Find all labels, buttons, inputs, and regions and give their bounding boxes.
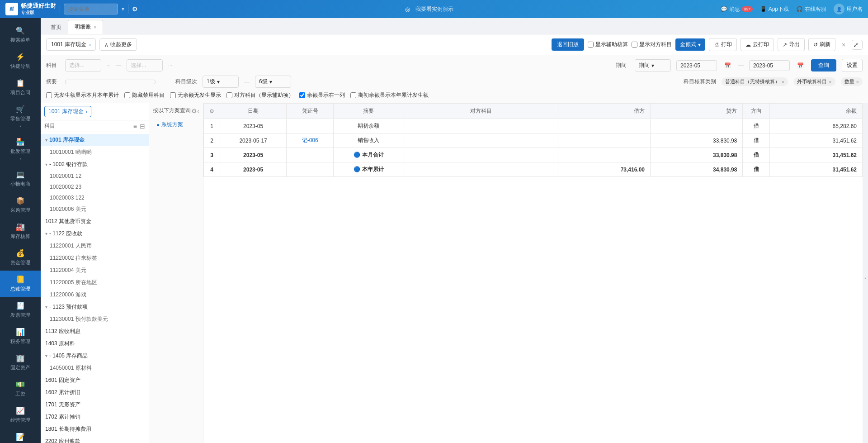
tree-item-11230001[interactable]: 11230001 预付款款美元 <box>41 313 149 325</box>
query-btn[interactable]: 查询 <box>811 59 836 71</box>
sidebar-item-operation[interactable]: 📈 经营管理 <box>0 402 41 428</box>
sidebar-item-assets[interactable]: 🏢 固定资产 <box>0 349 41 376</box>
col-gear[interactable]: ⚙ <box>204 104 220 119</box>
tag-foreign-close[interactable]: × <box>829 79 831 85</box>
maximize-btn[interactable]: ⤢ <box>852 40 863 50</box>
sidebar-item-retail[interactable]: 🛒 零售管理 › <box>0 100 41 133</box>
tab-home[interactable]: 首页 <box>44 21 68 34</box>
level-end-select[interactable]: 6级 ▾ <box>255 76 291 88</box>
sidebar-item-invoice[interactable]: 🧾 发票管理 <box>0 297 41 323</box>
sidebar-item-search[interactable]: 🔍 搜索菜单 <box>0 22 41 48</box>
tree-item-1122[interactable]: ▾ - 1122 应收款 <box>41 228 149 240</box>
dropdown-arrow[interactable]: ▾ <box>122 6 124 12</box>
right-collapse-panel[interactable]: › <box>863 103 868 443</box>
sidebar-item-wholesale[interactable]: 🏪 批发管理 › <box>0 133 41 166</box>
tab-detail[interactable]: 明细账 × <box>68 20 103 34</box>
tree-item-1002[interactable]: ▾ - 1002 银行存款 <box>41 158 149 171</box>
tree-item-11220004[interactable]: 11220004 美元 <box>41 264 149 276</box>
selected-account-tag[interactable]: 1001 库存现金 › <box>44 106 91 117</box>
subject-end-input[interactable]: 选择... <box>127 59 163 71</box>
cb-no-amount[interactable]: 无发生额显示本月本年累计 <box>46 91 119 99</box>
system-method-item[interactable]: ● 系统方案 <box>153 118 199 131</box>
table-cell-credit: 33,830.98 <box>651 133 743 148</box>
subject-input[interactable]: 选择... <box>65 59 101 71</box>
app-download-btn[interactable]: 📱 App下载 <box>760 5 789 13</box>
cb-balance-col[interactable]: 余额显示在一列 <box>299 91 345 99</box>
tree-item-10020006[interactable]: 10020006 美元 <box>41 203 149 215</box>
print-btn[interactable]: 🖨 打印 <box>709 38 737 51</box>
cb-ytd[interactable]: 期初余额显示本年累计发生额 <box>350 91 429 99</box>
filter-collapse-icon[interactable]: ‹ <box>197 107 199 114</box>
show-aux-input[interactable] <box>588 42 594 48</box>
filter-gear-icon[interactable]: ⚙ <box>191 107 197 114</box>
refresh-btn[interactable]: ↺ 刷新 <box>808 38 835 51</box>
export-btn[interactable]: ↗ 导出 <box>778 38 805 51</box>
detail-table: ⚙ 日期 凭证号 摘要 对方科目 借方 贷方 方向 余额 <box>203 103 863 177</box>
period-type-select[interactable]: 期间 ▾ <box>635 59 671 71</box>
period-end-input[interactable]: 2023-05 <box>749 60 790 71</box>
top-search-input[interactable] <box>64 4 118 14</box>
tree-item-1001[interactable]: ▾ 1001 库存现金 <box>41 134 149 146</box>
expand-btn[interactable]: ∧ 收起更多 <box>99 38 137 51</box>
sidebar-item-inventory[interactable]: 🏭 库存核算 <box>0 218 41 244</box>
cb-no-balance[interactable]: 无余额无发生显示 <box>170 91 221 99</box>
tree-item-11220001[interactable]: 11220001 人民币 <box>41 240 149 252</box>
tree-item-11220006[interactable]: 11220006 游戏 <box>41 289 149 301</box>
table-cell-voucher[interactable]: 记-006 <box>287 133 334 148</box>
show-contra-checkbox[interactable]: 显示对方科目 <box>632 41 672 48</box>
filter-settings-btn[interactable]: 设置 <box>842 59 863 72</box>
format-btn[interactable]: 金额式 ▾ <box>675 38 705 51</box>
demo-link[interactable]: 我要看实例演示 <box>415 5 453 13</box>
sidebar-item-tax[interactable]: 📊 税务管理 <box>0 323 41 349</box>
tree-item-1403[interactable]: 1403 原材料 <box>41 338 149 350</box>
show-aux-checkbox[interactable]: 显示辅助核算 <box>588 41 628 48</box>
tag-normal-close[interactable]: × <box>782 79 784 85</box>
sidebar-item-purchase[interactable]: 📦 采购管理 <box>0 192 41 218</box>
panel-close-btn[interactable]: × <box>839 40 848 49</box>
tree-item-10020003[interactable]: 10020003 122 <box>41 192 149 203</box>
tree-item-1702[interactable]: 1702 累计摊销 <box>41 411 149 423</box>
sidebar-item-expense[interactable]: 📝 小畅报销 <box>0 428 41 443</box>
tree-item-11220002[interactable]: 11220002 往来标签 <box>41 252 149 264</box>
tree-item-14050001[interactable]: 14050001 原材料 <box>41 362 149 374</box>
sidebar-item-salary[interactable]: 💵 工资 <box>0 376 41 402</box>
breadcrumb-arrow-icon[interactable]: › <box>89 42 91 48</box>
cb-hide-disabled[interactable]: 隐藏禁用科目 <box>124 91 165 99</box>
tree-item-11220005[interactable]: 11220005 所在地区 <box>41 276 149 289</box>
online-service-btn[interactable]: 🎧 在线客服 <box>796 5 826 13</box>
sidebar-item-quicknav[interactable]: ⚡ 快捷导航 <box>0 48 41 74</box>
cb-contra-aux[interactable]: 对方科目（显示辅助项） <box>226 91 294 99</box>
sidebar-item-ledger[interactable]: 📒 总账管理 <box>0 271 41 297</box>
tree-item-10020001[interactable]: 10020001 12 <box>41 171 149 181</box>
sidebar-item-finance[interactable]: 💰 资金管理 <box>0 244 41 271</box>
tree-item-1132[interactable]: 1132 应收利息 <box>41 325 149 338</box>
sidebar-item-project[interactable]: 📋 项目合同 <box>0 74 41 100</box>
tree-item-1701[interactable]: 1701 无形资产 <box>41 399 149 411</box>
tree-expand-all-icon[interactable]: ≡ <box>133 123 137 130</box>
user-area[interactable]: 👤 用户名 <box>834 4 863 14</box>
level-start-select[interactable]: 1级 ▾ <box>203 76 239 88</box>
sidebar-item-ecommerce[interactable]: 💻 小畅电商 <box>0 166 41 192</box>
tree-item-1012[interactable]: 1012 其他货币资金 <box>41 215 149 228</box>
tree-item-1601[interactable]: 1601 固定资产 <box>41 374 149 386</box>
tag-quantity-close[interactable]: × <box>856 79 859 85</box>
table-gear-icon[interactable]: ⚙ <box>209 108 214 114</box>
message-btn[interactable]: 💬 消息 99+ <box>721 5 752 13</box>
tree-item-1602[interactable]: 1602 累计折旧 <box>41 386 149 399</box>
cloud-print-btn[interactable]: ☁ 云打印 <box>741 38 774 51</box>
tree-item-1405[interactable]: ▾ - 1405 库存商品 <box>41 350 149 362</box>
settings-icon[interactable]: ⚙ <box>132 5 138 13</box>
tree-item-1801[interactable]: 1801 长期待摊费用 <box>41 423 149 435</box>
tree-item-2202[interactable]: 2202 应付账款 <box>41 435 149 443</box>
summary-input[interactable] <box>65 80 156 84</box>
tree-item-10010001[interactable]: 10010001 哟哟哟 <box>41 146 149 158</box>
voucher-link[interactable]: 记-006 <box>302 137 318 143</box>
tree-collapse-icon[interactable]: ⊟ <box>140 123 145 130</box>
show-contra-input[interactable] <box>632 42 637 48</box>
table-cell-voucher <box>287 162 334 177</box>
back-old-btn[interactable]: 退回旧版 <box>552 38 584 51</box>
tree-item-10020002[interactable]: 10020002 23 <box>41 181 149 192</box>
period-start-input[interactable]: 2023-05 <box>676 60 717 71</box>
tab-close-btn[interactable]: × <box>94 24 96 30</box>
tree-item-1123[interactable]: ▾ - 1123 预付款项 <box>41 301 149 313</box>
